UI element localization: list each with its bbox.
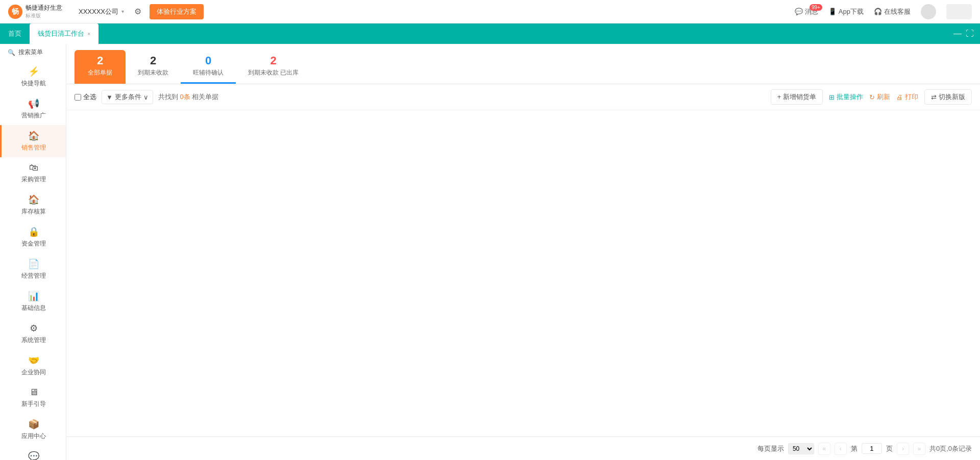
sales-icon: 🏠 — [28, 130, 39, 141]
stat-tab-wangwang[interactable]: 0 旺辅待确认 — [181, 50, 236, 84]
per-page-select[interactable]: 50 100 200 — [788, 443, 814, 454]
page-label: 第 — [851, 444, 857, 453]
batch-icon: ⊞ — [829, 93, 835, 101]
sidebar-item-system[interactable]: ⚙ 系统管理 — [0, 318, 66, 350]
chevron-down-icon: ▾ — [121, 9, 124, 14]
main-layout: 🔍 搜索菜单 ⚡ 快捷导航 📢 营销推广 🏠 销售管理 🛍 采购管理 🏠 库存核… — [0, 44, 980, 460]
tab-minimize-icon[interactable]: — — [953, 29, 962, 38]
basic-info-icon: 📊 — [28, 290, 39, 302]
sidebar: 🔍 搜索菜单 ⚡ 快捷导航 📢 营销推广 🏠 销售管理 🛍 采购管理 🏠 库存核… — [0, 44, 66, 460]
filter-icon: ▼ — [106, 93, 113, 101]
toolbar: 全选 ▼ 更多条件 ∨ 共找到 0条 相关单据 + 新增销货单 — [66, 84, 980, 110]
tab-active[interactable]: 钱货日清工作台 × — [30, 23, 99, 44]
page-input[interactable] — [862, 443, 882, 454]
sidebar-item-inventory[interactable]: 🏠 库存核算 — [0, 189, 66, 221]
last-page-btn[interactable]: » — [913, 443, 925, 455]
table-area — [66, 110, 980, 437]
total-info: 共0页,0条记录 — [929, 444, 972, 453]
operation-icon: 📄 — [28, 258, 39, 270]
stat-tab-overdue[interactable]: 2 到期未收款 — [126, 50, 181, 84]
stat-tab-unshipped[interactable]: 2 到期未收款 已出库 — [236, 50, 311, 84]
tab-close-icon[interactable]: × — [87, 31, 90, 37]
logo-icon: 畅 — [8, 5, 22, 19]
empty-state — [66, 110, 980, 437]
tab-bar-actions: — ⛶ — [953, 29, 980, 38]
tab-home[interactable]: 首页 — [0, 23, 30, 44]
inventory-icon: 🏠 — [28, 194, 39, 205]
stats-tabs: 2 全部单据 2 到期未收款 0 旺辅待确认 2 到期未收款 已出库 — [66, 44, 980, 84]
content-inner: 2 全部单据 2 到期未收款 0 旺辅待确认 2 到期未收款 已出库 — [66, 44, 980, 460]
result-count: 共找到 0条 相关单据 — [158, 92, 218, 102]
first-page-btn[interactable]: « — [818, 443, 830, 455]
online-service-item[interactable]: 🎧 在线客服 — [874, 7, 911, 16]
quick-nav-icon: ⚡ — [28, 66, 39, 77]
filter-btn[interactable]: ▼ 更多条件 ∨ — [102, 90, 153, 104]
experience-btn[interactable]: 体验行业方案 — [150, 4, 204, 19]
tab-bar: 首页 钱货日清工作台 × — ⛶ — [0, 23, 980, 44]
pagination-bar: 每页显示 50 100 200 « ‹ 第 页 › » 共0页,0条记录 — [66, 437, 980, 460]
header-right: 💬 消息 99 📱 App下载 🎧 在线客服 — [795, 4, 972, 19]
app-center-icon: 📦 — [28, 419, 39, 430]
sidebar-item-marketing[interactable]: 📢 营销推广 — [0, 93, 66, 125]
sidebar-item-app-center[interactable]: 📦 应用中心 — [0, 414, 66, 446]
company-name: XXXXXX公司 — [79, 7, 118, 16]
batch-btn[interactable]: ⊞ 批量操作 — [829, 92, 863, 102]
avatar[interactable] — [921, 4, 936, 19]
page-end-label: 页 — [886, 444, 893, 453]
marketing-icon: 📢 — [28, 98, 39, 109]
stat-number-unshipped: 2 — [271, 54, 277, 67]
prev-page-btn[interactable]: ‹ — [835, 443, 847, 455]
stat-label-wangwang: 旺辅待确认 — [193, 68, 224, 77]
cooperation-icon: 🤝 — [28, 355, 39, 366]
print-btn[interactable]: 🖨 打印 — [896, 92, 918, 102]
stat-label-overdue: 到期未收款 — [138, 68, 168, 77]
add-sales-btn[interactable]: + 新增销货单 — [771, 89, 823, 105]
select-all-checkbox[interactable]: 全选 — [75, 92, 96, 102]
sidebar-item-cooperation[interactable]: 🤝 企业协同 — [0, 350, 66, 382]
sidebar-item-purchase[interactable]: 🛍 采购管理 — [0, 157, 66, 189]
sidebar-item-basic-info[interactable]: 📊 基础信息 — [0, 285, 66, 318]
stat-label-all: 全部单据 — [88, 68, 112, 77]
sidebar-search[interactable]: 🔍 搜索菜单 — [0, 44, 66, 61]
refresh-btn[interactable]: ↻ 刷新 — [869, 92, 890, 102]
select-all-input[interactable] — [75, 94, 81, 101]
tab-expand-icon[interactable]: ⛶ — [966, 29, 974, 38]
stat-tab-all[interactable]: 2 全部单据 — [75, 50, 126, 84]
message-badge: 99 — [810, 4, 822, 11]
stat-number-all: 2 — [97, 54, 103, 67]
content-area: 2 全部单据 2 到期未收款 0 旺辅待确认 2 到期未收款 已出库 — [66, 44, 980, 460]
sidebar-item-operation[interactable]: 📄 经营管理 — [0, 253, 66, 285]
wechat-icon: 💬 — [28, 451, 39, 460]
finance-icon: 🔒 — [28, 226, 39, 237]
logo-area: 畅 畅捷通好生意 标准版 — [8, 4, 75, 19]
refresh-icon: ↻ — [869, 93, 875, 101]
sidebar-item-finance[interactable]: 🔒 资金管理 — [0, 221, 66, 253]
switch-version-btn[interactable]: ⇄ 切换新版 — [924, 89, 972, 105]
message-icon: 💬 — [795, 8, 803, 15]
logo-text: 畅捷通好生意 标准版 — [26, 4, 62, 19]
stat-number-wangwang: 0 — [205, 54, 211, 67]
switch-icon: ⇄ — [931, 93, 937, 101]
stat-number-overdue: 2 — [150, 54, 156, 67]
chevron-icon: ∨ — [143, 93, 149, 101]
settings-icon[interactable]: ⚙ — [130, 4, 145, 19]
sidebar-item-guide[interactable]: 🖥 新手引导 — [0, 382, 66, 414]
sidebar-item-quick-nav[interactable]: ⚡ 快捷导航 — [0, 61, 66, 93]
guide-icon: 🖥 — [29, 387, 38, 398]
company-selector[interactable]: XXXXXX公司 ▾ — [75, 5, 128, 18]
toolbar-right: + 新增销货单 ⊞ 批量操作 ↻ 刷新 🖨 打印 ⇄ — [771, 89, 972, 105]
stat-label-unshipped: 到期未收款 已出库 — [248, 68, 299, 77]
purchase-icon: 🛍 — [29, 162, 38, 173]
app-download-item[interactable]: 📱 App下载 — [828, 7, 864, 16]
headset-icon: 🎧 — [874, 8, 882, 15]
sidebar-item-sales[interactable]: 🏠 销售管理 — [0, 125, 66, 157]
sidebar-item-wechat[interactable]: 💬 企业微信 — [0, 446, 66, 460]
toolbar-left: 全选 ▼ 更多条件 ∨ 共找到 0条 相关单据 — [75, 90, 218, 104]
message-item[interactable]: 💬 消息 99 — [795, 7, 818, 16]
system-icon: ⚙ — [30, 323, 38, 334]
next-page-btn[interactable]: › — [897, 443, 909, 455]
username-area[interactable] — [946, 4, 972, 19]
per-page-label: 每页显示 — [757, 444, 784, 453]
search-icon: 🔍 — [8, 49, 15, 56]
app-download-icon: 📱 — [828, 8, 837, 15]
